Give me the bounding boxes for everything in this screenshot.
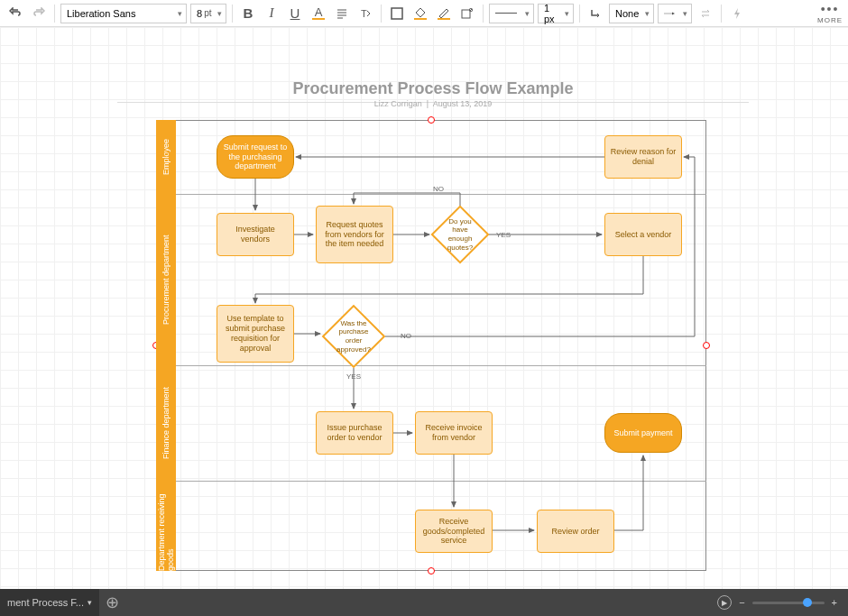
shape-request-quotes[interactable]: Request quotes from vendors for the item… xyxy=(316,206,393,263)
shape-review-denial[interactable]: Review reason for denial xyxy=(604,135,682,179)
zoom-in-button[interactable]: + xyxy=(832,597,837,608)
zoom-thumb[interactable] xyxy=(803,598,812,607)
font-family-value: Liberation Sans xyxy=(67,8,135,19)
zoom-slider[interactable] xyxy=(752,602,825,604)
text-color-button[interactable]: A xyxy=(309,4,328,23)
selection-handle-bottom[interactable] xyxy=(428,567,435,575)
label-no-approved: NO xyxy=(401,332,411,340)
svg-rect-1 xyxy=(392,8,402,19)
line-color-button[interactable] xyxy=(434,4,454,23)
bold-button[interactable]: B xyxy=(238,4,258,23)
separator xyxy=(232,5,233,23)
separator xyxy=(483,5,484,23)
redo-button[interactable] xyxy=(29,4,49,23)
canvas[interactable]: Procurement Process Flow Example Lizz Co… xyxy=(0,27,848,589)
shape-enough-quotes[interactable]: Do you have enough quotes? xyxy=(431,206,489,263)
action-button[interactable] xyxy=(727,4,747,23)
label-yes-quotes: YES xyxy=(496,231,511,239)
fill-color-button[interactable] xyxy=(410,4,430,23)
document-tab[interactable]: ment Process F... ▾ xyxy=(0,589,99,616)
align-button[interactable] xyxy=(332,4,352,23)
shape-po-approved[interactable]: Was the purchase order approved? xyxy=(322,305,385,368)
font-family-select[interactable]: Liberation Sans xyxy=(60,4,187,23)
shape-use-template[interactable]: Use template to submit purchase requisit… xyxy=(217,305,294,363)
diagram: Procurement Process Flow Example Lizz Co… xyxy=(0,27,848,589)
zoom-controls: ▶ − + xyxy=(706,595,848,610)
shape-select-vendor[interactable]: Select a vendor xyxy=(604,213,682,256)
svg-text:T: T xyxy=(361,8,367,19)
shape-submit-request[interactable]: Submit request to the purchasing departm… xyxy=(217,135,294,179)
undo-button[interactable] xyxy=(5,4,25,23)
label-no-quotes: NO xyxy=(433,185,444,193)
separator xyxy=(381,5,382,23)
svg-rect-2 xyxy=(462,10,470,18)
selection-handle-top[interactable] xyxy=(428,116,435,124)
shape-style-button[interactable] xyxy=(457,4,477,23)
zoom-out-button[interactable]: − xyxy=(739,597,744,608)
swap-ends-button[interactable] xyxy=(696,4,715,23)
shape-review-order[interactable]: Review order xyxy=(537,510,614,553)
text-style-button[interactable]: T xyxy=(355,4,375,23)
shape-submit-payment[interactable]: Submit payment xyxy=(604,413,682,453)
line-width-select[interactable]: 1 px xyxy=(538,4,574,23)
more-button[interactable]: ••• MORE xyxy=(817,2,843,24)
line-width-value: 1 px xyxy=(544,3,557,24)
label-yes-approved: YES xyxy=(346,372,361,381)
add-page-button[interactable]: ⊕ xyxy=(99,593,126,612)
shape-receive-invoice[interactable]: Receive invoice from vendor xyxy=(415,411,493,455)
shape-receive-goods[interactable]: Receive goods/completed service xyxy=(415,510,493,553)
diagram-subtitle: Lizz Corrigan | August 13, 2019 xyxy=(117,99,749,108)
lane-divider xyxy=(176,481,706,482)
more-label: MORE xyxy=(817,16,843,24)
swimlane-employee[interactable]: Employee xyxy=(156,120,176,194)
selection-handle-right[interactable] xyxy=(703,342,710,349)
separator xyxy=(721,5,722,23)
presentation-icon[interactable]: ▶ xyxy=(717,595,732,610)
font-size-select[interactable]: 8pt xyxy=(190,4,226,23)
lane-divider xyxy=(176,365,706,366)
bottom-bar: ment Process F... ▾ ⊕ ▶ − + xyxy=(0,589,848,616)
line-start-value: None xyxy=(615,8,639,19)
shape-border-button[interactable] xyxy=(387,4,407,23)
separator xyxy=(579,5,580,23)
font-size-value: 8 xyxy=(197,8,202,19)
shape-issue-po[interactable]: Issue purchase order to vendor xyxy=(316,411,393,455)
lane-divider xyxy=(176,194,706,195)
tab-label: ment Process F... xyxy=(7,597,84,608)
separator xyxy=(54,5,55,23)
italic-button[interactable]: I xyxy=(262,4,281,23)
underline-button[interactable]: U xyxy=(285,4,305,23)
swimlane-finance[interactable]: Finance department xyxy=(156,365,176,481)
line-start-select[interactable]: None xyxy=(609,4,654,23)
line-end-select[interactable] xyxy=(658,4,692,23)
swimlane-procurement[interactable]: Procurement department xyxy=(156,194,176,365)
line-style-select[interactable] xyxy=(489,4,534,23)
line-angle-button[interactable] xyxy=(585,4,605,23)
toolbar: Liberation Sans 8pt B I U A T 1 px None … xyxy=(0,0,848,27)
shape-investigate-vendors[interactable]: Investigate vendors xyxy=(217,213,294,256)
font-size-unit: pt xyxy=(204,8,211,18)
swimlane-receiving[interactable]: Department receiving goods xyxy=(156,481,176,571)
